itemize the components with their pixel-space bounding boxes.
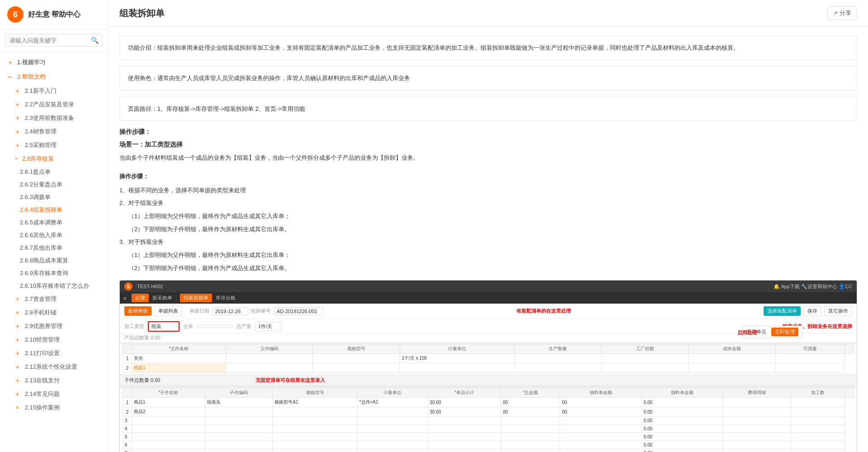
mock-col-checkbox	[123, 344, 132, 354]
sidebar-item-sub21[interactable]: ＋ 2.1新手入门	[0, 84, 108, 98]
mock-type-label: 加工类型	[124, 323, 144, 330]
mock-btn-add[interactable]: 新增单据	[124, 306, 151, 316]
cat2-label: 2.帮助文档	[17, 73, 46, 81]
mock-wh-val	[197, 325, 233, 328]
mock-divider-label: 子件总数量 0.00	[124, 377, 160, 384]
mock-docno-label: 组拆单号	[251, 308, 271, 314]
mock-col-cost-amt: 成本金额	[689, 344, 775, 354]
expand-icon-sub23: ＋	[14, 114, 20, 121]
search-input[interactable]	[9, 37, 91, 44]
table-row: 1 商品1 组装头 规格型号A1 *总件+A1 30.00 00 00 0.00	[123, 398, 854, 407]
mock-main-items-label: 产品总数量 0.00	[124, 334, 160, 341]
mock-table-top: *父件名称 父件编码 规格型号 计量单位 生产数量 工厂价数 成本金额 可用量	[123, 344, 854, 373]
screenshot-mockup: 6 TEST-H002 🔔 App下载 🔧设置帮助中心 👤CC ≡ 自营 新采购…	[119, 280, 857, 452]
sub22-label: 2.2产品安装及登录	[25, 101, 74, 108]
sidebar-item-sub23[interactable]: ＋ 2.3使用前数据准备	[0, 111, 108, 125]
sidebar-item-sub27[interactable]: ＋ 2.7资金管理	[0, 292, 108, 306]
mock-system-bar: 6 TEST-H002 🔔 App下载 🔧设置帮助中心 👤CC	[120, 281, 857, 292]
sidebar-item-sub212[interactable]: ＋ 2.12系统个性化设置	[0, 360, 108, 374]
path-intro-block: 页面路径：1、库存核算->库存管理->组装拆卸单 2、首页->常用功能	[119, 97, 857, 121]
step3b-text: （2）下部明细为子件明细，最终作为产成品生成其它入库单。	[119, 263, 857, 274]
sidebar-item-leaf265[interactable]: 2.6.5成本调整单	[0, 216, 108, 229]
screenshot-inner: 6 TEST-H002 🔔 App下载 🔧设置帮助中心 👤CC ≡ 自营 新采购…	[120, 281, 857, 452]
sidebar-item-leaf269[interactable]: 2.6.9库存账本查询	[0, 267, 108, 280]
search-area: 🔍	[0, 29, 108, 52]
mock-system-code: TEST-H002	[137, 284, 163, 289]
logo-text: 好生意 帮助中心	[28, 10, 80, 19]
mock-nav-item-stock: 库存台账	[216, 295, 236, 301]
mock-col-produce-qty: 生产数量	[514, 344, 601, 354]
sidebar-item-sub24[interactable]: ＋ 2.4销售管理	[0, 125, 108, 138]
sidebar-item-cat1[interactable]: ＋ 1.视频学习	[0, 55, 108, 70]
mock-table-bottom: *子件名称 子件编码 规格型号 计量单位 *单品小计 *总金额 领料单金额 领料…	[123, 388, 854, 452]
mock-col-parent-code: 父件编码	[226, 344, 312, 354]
mock-btn-select-bom[interactable]: 选择装配清单	[764, 306, 801, 316]
sidebar-item-sub214[interactable]: ＋ 2.14常见问题	[0, 387, 108, 401]
sidebar-item-sub215[interactable]: ＋ 2.15操作案例	[0, 401, 108, 414]
mock-btn-save[interactable]: 保存	[803, 306, 821, 316]
logo-icon: 6	[7, 6, 24, 23]
mock-annotation5: 无固定清单可在组装在这里录入	[255, 377, 325, 384]
mock-nav-item-ziy: 自营	[132, 294, 149, 302]
mock-col-avail-qty: 可用量	[775, 344, 844, 354]
sidebar-item-leaf264[interactable]: 2.6.4组装拆卸单	[0, 204, 108, 216]
sidebar-item-leaf261[interactable]: 2.6.1盘点单	[0, 166, 108, 178]
mock-annotation4: 启用处理	[737, 329, 757, 336]
sidebar-item-cat2[interactable]: − 2.帮助文档	[0, 70, 108, 84]
sidebar-item-sub28[interactable]: ＋ 2.8手机旺铺	[0, 306, 108, 319]
sidebar-item-leaf266[interactable]: 2.6.6其他入库单	[0, 229, 108, 242]
sidebar-item-leaf262[interactable]: 2.6.2分量盘点单	[0, 178, 108, 191]
step1-text: 1、根据不同的业务，选择不同单据的类型来处理	[119, 185, 857, 196]
mock-table-top-area: *父件名称 父件编码 规格型号 计量单位 生产数量 工厂价数 成本金额 可用量	[120, 344, 857, 375]
collapse-icon-sub26: −	[14, 155, 18, 162]
sidebar-item-leaf268[interactable]: 2.6.8商品成本重算	[0, 254, 108, 267]
mock-enable-btn[interactable]: 立即处理	[771, 328, 798, 336]
path-intro-text: 页面路径：1、库存核算->库存管理->组装拆卸单 2、首页->常用功能	[128, 105, 305, 112]
table-row: 70.00	[123, 449, 854, 452]
sidebar-item-sub29[interactable]: ＋ 2.9优惠券管理	[0, 319, 108, 333]
step3-text: 3、对于拆装业务	[119, 237, 857, 248]
share-label: 分享	[840, 9, 851, 17]
sidebar-item-leaf263[interactable]: 2.6.3调拨单	[0, 191, 108, 204]
expand-icon-sub21: ＋	[14, 87, 20, 94]
share-button[interactable]: ↗ 分享	[827, 6, 857, 20]
sub23-label: 2.3使用前数据准备	[25, 114, 74, 121]
sidebar-item-leaf2610[interactable]: 2.6.10库存账本错了怎么办	[0, 280, 108, 292]
logo-area: 6 好生意 帮助中心	[0, 0, 108, 29]
sidebar-item-sub211[interactable]: ＋ 2.11打印设置	[0, 347, 108, 360]
table-row: 1 关光 1个/天 x 100	[123, 354, 854, 363]
step3a-text: （1）上部明细为父件明细，最终作为原材料生成其它出库单；	[119, 250, 857, 261]
feature-intro-block: 功能介绍：组装拆卸单用来处理企业组装或拆卸等加工业务，支持有固定装配清单的产品加…	[119, 36, 857, 60]
scene1-desc: 当由多个子件材料组装成一个成品的业务为【组装】业务，当由一个父件拆分成多个子产品…	[119, 152, 857, 164]
search-icon[interactable]: 🔍	[91, 37, 99, 44]
expand-icon-sub24: ＋	[14, 128, 20, 135]
sub21-label: 2.1新手入门	[25, 87, 57, 94]
expand-icon-sub25: ＋	[14, 142, 20, 148]
main-area: 组装拆卸单 ↗ 分享 功能介绍：组装拆卸单用来处理企业组装或拆卸等加工业务，支持…	[108, 0, 868, 452]
mock-top-icons: 🔔 App下载 🔧设置帮助中心 👤CC	[774, 283, 852, 290]
sidebar-item-sub213[interactable]: ＋ 2.13在线支付	[0, 374, 108, 387]
table-row: 2 商品2 30.00 00 00 0.00	[123, 407, 854, 417]
collapse-icon-cat2: −	[7, 73, 14, 81]
sidebar-item-sub22[interactable]: ＋ 2.2产品安装及登录	[0, 98, 108, 111]
search-box: 🔍	[5, 34, 103, 47]
mock-nav-item-new: 新采购单	[152, 295, 176, 301]
sidebar-item-leaf267[interactable]: 2.6.7其他出库单	[0, 242, 108, 254]
cat1-label: 1.视频学习	[17, 58, 46, 67]
mock-btn-list[interactable]: 单据列表	[154, 306, 182, 316]
scene1-title: 场景一：加工类型选择	[119, 141, 857, 149]
mock-nav-tabs: ≡ 自营 新采购单 组装拆卸单 库存台账	[120, 292, 857, 304]
mock-nav-icon: ≡	[123, 295, 126, 301]
mock-annotation1: 有装配清单的在这里处理	[326, 308, 761, 314]
step2b-text: （2）下部明细为子件明细，最终作为原材料生成其它出库单。	[119, 224, 857, 235]
sidebar-item-sub210[interactable]: ＋ 2.10经营管理	[0, 333, 108, 347]
mock-btn-other[interactable]: 其它操作	[824, 306, 852, 316]
sidebar-item-sub26[interactable]: − 2.6库存核算	[0, 152, 108, 166]
table-row: 40.00	[123, 425, 854, 433]
sidebar-item-sub25[interactable]: ＋ 2.5采购管理	[0, 138, 108, 152]
mock-type-val: 组装	[148, 321, 179, 332]
mock-divider: 子件总数量 0.00 无固定清单可在组装在这里录入	[120, 375, 857, 386]
mock-col-factory-price: 工厂价数	[601, 344, 688, 354]
mock-wh-label: 仓库	[183, 323, 193, 330]
mock-logo: 6	[124, 282, 132, 290]
